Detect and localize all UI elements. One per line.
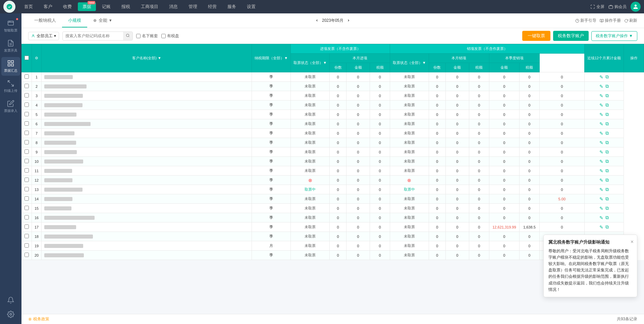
edit-icon[interactable]: ✎ — [599, 159, 603, 164]
nav-client[interactable]: 客户 — [39, 2, 57, 11]
copy-icon[interactable]: ⧉ — [605, 224, 609, 230]
row-out-tax: 0 — [469, 119, 489, 129]
one-click-ticket-button[interactable]: 一键取票 — [522, 31, 550, 41]
user-avatar[interactable] — [631, 2, 641, 12]
copy-icon[interactable]: ⧉ — [605, 149, 609, 155]
edit-icon[interactable]: ✎ — [599, 178, 603, 183]
sidebar-item-ticket-entry[interactable]: 票据录入 — [1, 97, 20, 116]
fullscreen-button[interactable]: 全屏 — [590, 4, 604, 10]
edit-icon[interactable]: ✎ — [599, 168, 603, 174]
tab-small-scale[interactable]: 小规模 — [62, 14, 87, 27]
sidebar-item-scan-upload[interactable]: 扫描上传 — [1, 77, 20, 96]
search-input[interactable] — [63, 32, 123, 40]
manual-link[interactable]: 操作手册 — [600, 18, 621, 23]
toolbar: 全部员工 ▾ 名下账套 有税盘 一键取票 税务数字账户 — [21, 28, 644, 44]
edit-icon[interactable]: ✎ — [599, 215, 603, 220]
copy-icon[interactable]: ⧉ — [605, 74, 609, 80]
row-season-tax: 0 — [519, 213, 539, 222]
nav-service[interactable]: 服务 — [223, 2, 241, 11]
next-period-button[interactable] — [347, 18, 350, 23]
row-out-count: 0 — [429, 157, 445, 166]
sidebar-item-smart-ticket[interactable]: 智能取票 — [1, 17, 20, 36]
nav-tax[interactable]: 报税 — [117, 2, 135, 11]
row-cumulative: 0 — [539, 129, 584, 138]
employee-select[interactable]: 全部员工 ▾ — [28, 32, 59, 40]
nav-message[interactable]: 消息 — [164, 2, 182, 11]
edit-icon[interactable]: ✎ — [599, 112, 603, 117]
vip-button[interactable]: 购会员 — [608, 4, 627, 10]
digital-account-op-button[interactable]: 税务数字账户操作 ▼ — [591, 31, 637, 41]
edit-icon[interactable]: ✎ — [599, 84, 603, 89]
edit-icon[interactable]: ✎ — [599, 224, 603, 230]
nav-manage[interactable]: 管理 — [184, 2, 202, 11]
copy-icon[interactable]: ⧉ — [605, 102, 609, 108]
row-client-name — [42, 82, 252, 91]
row-out-status: 未取票 — [390, 232, 429, 241]
copy-icon[interactable]: ⧉ — [605, 121, 609, 127]
copy-icon[interactable]: ⧉ — [605, 83, 609, 89]
tax-disk-filter-checkbox[interactable] — [161, 34, 166, 38]
tax-policy-link[interactable]: ⑧ 税务政策 — [28, 316, 49, 322]
tab-general-taxpayer[interactable]: 一般纳税人 — [28, 14, 62, 27]
row-out-amount: 0 — [445, 251, 469, 260]
row-season-tax: 0 — [519, 129, 539, 138]
edit-icon[interactable]: ✎ — [599, 103, 603, 108]
edit-icon[interactable]: ✎ — [599, 149, 603, 155]
row-out-status: 未取票 — [390, 119, 429, 129]
sidebar-item-invoice-open[interactable]: 发票开具 — [1, 37, 20, 56]
nav-operation[interactable]: 经营 — [203, 2, 221, 11]
edit-icon[interactable]: ✎ — [599, 74, 603, 80]
edit-icon[interactable]: ✎ — [599, 93, 603, 99]
edit-icon[interactable]: ✎ — [599, 206, 603, 211]
edit-icon[interactable]: ✎ — [599, 131, 603, 136]
row-out-status: 未取票 — [390, 166, 429, 176]
edit-icon[interactable]: ✎ — [599, 121, 603, 127]
prev-period-button[interactable] — [315, 18, 319, 23]
edit-icon[interactable]: ✎ — [599, 187, 603, 192]
copy-icon[interactable]: ⧉ — [605, 187, 609, 192]
guide-link[interactable]: 新手引导 — [575, 18, 596, 23]
copy-icon[interactable]: ⧉ — [605, 158, 609, 164]
notification-content: 尊敬的用户：受河北电子税务局刚升级税务数字账户模块不稳定的影响，无盘取票功能也受… — [548, 248, 632, 293]
refresh-link[interactable]: 刷新 — [624, 18, 637, 23]
row-season-amount: 0 — [489, 82, 519, 91]
row-in-status: 未取票 — [291, 166, 330, 176]
app-logo[interactable] — [3, 1, 15, 13]
copy-icon[interactable]: ⧉ — [605, 177, 609, 183]
notification-close-button[interactable]: × — [631, 238, 634, 246]
row-checkbox — [22, 147, 32, 157]
select-all-checkbox[interactable] — [24, 56, 29, 60]
copy-icon[interactable]: ⧉ — [605, 130, 609, 136]
sidebar-item-ticket-summary[interactable]: 票据汇总 — [1, 57, 20, 76]
copy-icon[interactable]: ⧉ — [605, 93, 609, 99]
copy-icon[interactable]: ⧉ — [605, 140, 609, 145]
account-filter-checkbox[interactable] — [136, 34, 141, 38]
copy-icon[interactable]: ⧉ — [605, 112, 609, 117]
sidebar-item-bell[interactable] — [1, 294, 20, 307]
edit-icon[interactable]: ✎ — [599, 140, 603, 145]
copy-icon[interactable]: ⧉ — [605, 196, 609, 202]
edit-icon[interactable]: ✎ — [599, 196, 603, 202]
row-index: 12 — [32, 176, 42, 185]
sidebar-item-gear[interactable] — [1, 308, 20, 321]
nav-settings[interactable]: 设置 — [242, 2, 260, 11]
tab-all-capable[interactable]: ⊕ 全能 ▾ — [87, 14, 118, 27]
row-checkbox — [22, 204, 32, 213]
row-tax-period: 季 — [252, 213, 291, 222]
search-button[interactable] — [123, 32, 132, 40]
nav-fee[interactable]: 收费 — [58, 2, 76, 11]
nav-bookkeeping[interactable]: 记账 — [97, 2, 115, 11]
nav-home[interactable]: 首页 — [19, 2, 38, 11]
th-cumulative: 近续12个月累计金额 — [584, 44, 624, 72]
digital-account-button[interactable]: 税务数字账户 — [553, 31, 589, 41]
nav-invoice[interactable]: 票据 new — [78, 2, 96, 11]
row-season-amount: 12,621,319.99 — [489, 222, 519, 232]
tax-disk-filter-label[interactable]: 有税盘 — [161, 33, 179, 39]
svg-rect-7 — [11, 64, 13, 66]
copy-icon[interactable]: ⧉ — [605, 205, 609, 211]
copy-icon[interactable]: ⧉ — [605, 215, 609, 220]
copy-icon[interactable]: ⧉ — [605, 168, 609, 174]
nav-business[interactable]: 工商项目 — [136, 2, 163, 11]
row-out-amount: 0 — [445, 72, 469, 82]
account-filter-label[interactable]: 名下账套 — [136, 33, 158, 39]
